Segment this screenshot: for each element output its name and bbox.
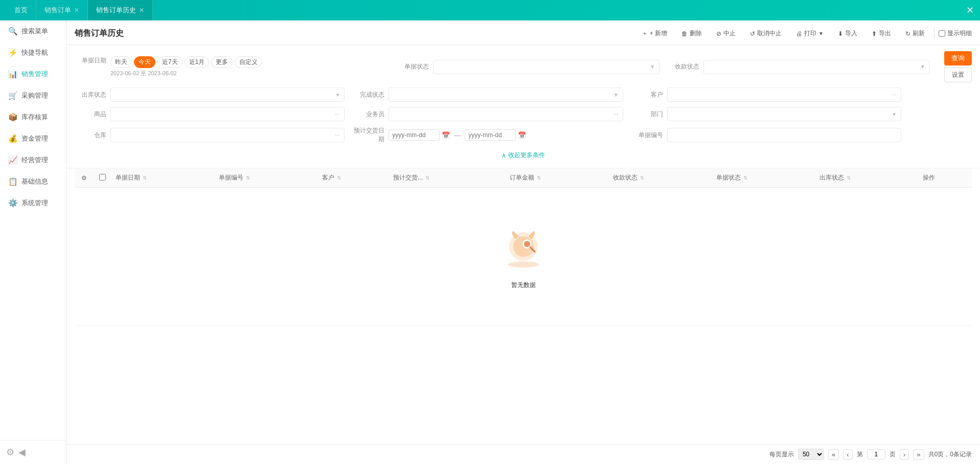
tab-home[interactable]: 首页 (6, 0, 36, 20)
search-menu-icon: 🔍 (8, 27, 17, 36)
date-btn-1month[interactable]: 近1月 (185, 56, 210, 68)
new-button[interactable]: ＋ + 新增 (636, 27, 672, 40)
page-number-input[interactable] (867, 449, 885, 459)
sidebar-item-ops-mgmt[interactable]: 📈 经营管理 (0, 149, 66, 171)
th-payment-status[interactable]: 收款状态 ⇅ (609, 168, 712, 188)
th-checkbox[interactable] (93, 168, 111, 188)
table-body: 暂无数据 (75, 188, 972, 326)
sidebar-bottom: ⚙ ◀ (0, 440, 66, 464)
page-title: 销售订单历史 (75, 28, 124, 39)
last-page-button[interactable]: » (913, 449, 924, 460)
cancel-stop-icon: ↺ (750, 30, 755, 37)
voucher-status-field[interactable]: ▼ (433, 60, 659, 74)
filter-row-1: 单据日期 昨天 今天 近7天 近1月 更多 自定义 2023-06-02 至 2… (75, 51, 972, 82)
sidebar-item-finance-mgmt[interactable]: 💰 资金管理 (0, 128, 66, 149)
sidebar-item-purchase-mgmt[interactable]: 🛒 采购管理 (0, 85, 66, 106)
date-btn-yesterday[interactable]: 昨天 (110, 56, 132, 68)
import-button[interactable]: ⬇ 导入 (833, 27, 862, 40)
refresh-icon: ↻ (905, 30, 910, 37)
voucher-no-label: 单据编号 (631, 131, 667, 140)
inventory-check-icon: 📦 (8, 113, 17, 122)
expected-date-to[interactable] (465, 129, 516, 141)
sidebar-item-sys-mgmt[interactable]: ⚙️ 系统管理 (0, 192, 66, 214)
empty-row: 暂无数据 (75, 188, 972, 326)
tab-sales-order[interactable]: 销售订单 ✕ (36, 0, 88, 20)
per-page-select[interactable]: 10 20 50 100 (798, 449, 824, 460)
delete-button[interactable]: 🗑 删除 (676, 27, 707, 40)
next-page-button[interactable]: › (900, 449, 909, 460)
sidebar-item-search-menu[interactable]: 🔍 搜索菜单 (0, 20, 66, 42)
page-suffix-label: 页 (890, 450, 896, 459)
settings-button[interactable]: 设置 (944, 68, 972, 82)
cancel-stop-button[interactable]: ↺ 取消中止 (745, 27, 787, 40)
date-label: 单据日期 (75, 56, 110, 65)
export-button[interactable]: ⬆ 导出 (867, 27, 896, 40)
expected-date-from[interactable] (389, 129, 440, 141)
salesperson-field[interactable]: ··· (389, 107, 623, 121)
completion-status-label: 完成状态 (353, 91, 389, 99)
date-btn-custom[interactable]: 自定义 (235, 56, 262, 68)
payment-status-field[interactable]: ▼ (703, 60, 930, 74)
ops-mgmt-icon: 📈 (8, 156, 17, 165)
customer-field[interactable]: ··· (667, 87, 901, 102)
query-button[interactable]: 查询 (944, 51, 972, 65)
print-button[interactable]: 🖨 打印 ▼ (791, 27, 829, 40)
sidebar-item-inventory-check[interactable]: 📦 库存核算 (0, 106, 66, 128)
calendar-icon-from: 📅 (442, 131, 450, 139)
sidebar-settings-icon[interactable]: ⚙ (6, 447, 14, 458)
toolbar-divider (934, 29, 935, 39)
sidebar-item-sales-mgmt-label: 销售管理 (21, 70, 48, 79)
svg-point-0 (508, 261, 539, 268)
first-page-button[interactable]: « (828, 449, 839, 460)
voucher-no-field[interactable] (667, 128, 901, 142)
tab-sales-order-history[interactable]: 销售订单历史 ✕ (88, 0, 153, 20)
th-actions-label: 操作 (923, 174, 935, 181)
warehouse-field[interactable]: ··· (110, 128, 345, 142)
completion-status-field[interactable]: ▼ (389, 87, 623, 102)
sidebar-item-quick-nav[interactable]: ⚡ 快捷导航 (0, 42, 66, 63)
sidebar-item-basic-info[interactable]: 📋 基础信息 (0, 171, 66, 192)
product-field[interactable]: ··· (110, 107, 345, 121)
date-btn-more[interactable]: 更多 (211, 56, 233, 68)
sidebar-collapse-icon[interactable]: ◀ (18, 447, 26, 458)
sidebar-item-quick-nav-label: 快捷导航 (21, 48, 48, 57)
tab-sales-order-history-close[interactable]: ✕ (139, 7, 144, 14)
th-order-amount[interactable]: 订单金额 ⇅ (506, 168, 609, 188)
display-detail-checkbox[interactable] (939, 30, 945, 37)
th-date[interactable]: 单据日期 ⇅ (111, 168, 215, 188)
print-label: 打印 (804, 29, 816, 38)
empty-text: 暂无数据 (511, 281, 536, 290)
th-no[interactable]: 单据编号 ⇅ (215, 168, 318, 188)
th-customer[interactable]: 客户 ⇅ (318, 168, 389, 188)
table-header-row: ⚙ 单据日期 ⇅ 单据编号 ⇅ (75, 168, 972, 188)
app-close-button[interactable]: ✕ (966, 5, 974, 16)
empty-illustration (498, 224, 549, 275)
display-detail-toggle[interactable]: 显示明细 (939, 29, 972, 38)
department-field[interactable]: ▼ (667, 107, 901, 121)
sort-order-amount-icon: ⇅ (537, 175, 541, 181)
warehouse-more-icon: ··· (335, 131, 340, 139)
th-settings[interactable]: ⚙ (75, 168, 93, 188)
th-expected-date[interactable]: 预计交货... ⇅ (389, 168, 506, 188)
prev-page-button[interactable]: ‹ (843, 449, 852, 460)
sort-outbound-status-icon: ⇅ (847, 175, 851, 181)
product-more-icon: ··· (335, 111, 340, 118)
sort-date-icon: ⇅ (143, 175, 147, 181)
customer-more-icon: ··· (892, 91, 897, 98)
settings-icon[interactable]: ⚙ (81, 174, 87, 182)
date-btn-7days[interactable]: 近7天 (157, 56, 183, 68)
select-all-checkbox[interactable] (99, 174, 106, 181)
outbound-status-field[interactable]: ▼ (110, 87, 345, 102)
page-prefix-label: 第 (857, 450, 863, 459)
sidebar-item-sales-mgmt[interactable]: 📊 销售管理 (0, 63, 66, 85)
tab-sales-order-close[interactable]: ✕ (74, 7, 79, 14)
display-detail-label: 显示明细 (947, 29, 972, 38)
sidebar-item-inventory-check-label: 库存核算 (21, 113, 48, 122)
empty-state: 暂无数据 (79, 193, 968, 320)
date-btn-today[interactable]: 今天 (134, 56, 155, 68)
collapse-bar[interactable]: ∧ 收起更多条件 (75, 149, 972, 162)
refresh-button[interactable]: ↻ 刷新 (900, 27, 930, 40)
th-outbound-status[interactable]: 出库状态 ⇅ (815, 168, 919, 188)
th-voucher-status[interactable]: 单据状态 ⇅ (712, 168, 815, 188)
stop-button[interactable]: ⊘ 中止 (711, 27, 741, 40)
